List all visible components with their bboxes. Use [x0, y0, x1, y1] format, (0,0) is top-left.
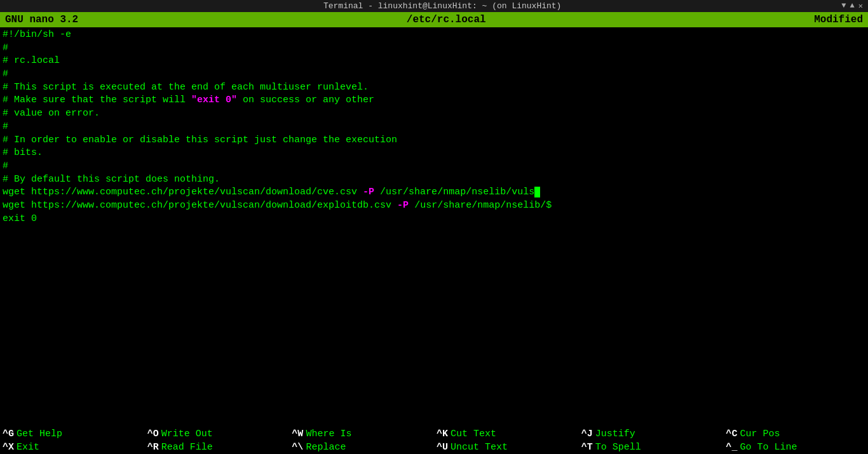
shortcut-read-file[interactable]: ^R Read File: [145, 441, 290, 454]
label-cut-text: Cut Text: [451, 429, 496, 439]
title-bar: Terminal - linuxhint@LinuxHint: ~ (on Li…: [0, 0, 868, 12]
window-title: Terminal - linuxhint@LinuxHint: ~ (on Li…: [43, 1, 841, 11]
shortcut-cur-pos[interactable]: ^C Cur Pos: [723, 427, 868, 441]
label-justify: Justify: [595, 429, 635, 439]
key-ctrl-w: ^W: [292, 429, 303, 439]
line-17: exit 0: [0, 213, 868, 226]
nano-version: GNU nano 3.2: [5, 14, 78, 25]
close-button[interactable]: ✕: [858, 1, 863, 11]
line-8: #: [0, 121, 868, 134]
minimize-button[interactable]: ▼: [841, 1, 846, 11]
label-to-spell: To Spell: [595, 442, 641, 453]
flag-P-1: -P: [363, 187, 374, 197]
nano-header: GNU nano 3.2 /etc/rc.local Modified: [0, 12, 868, 27]
key-ctrl-g: ^G: [3, 429, 14, 439]
key-ctrl-o: ^O: [147, 429, 159, 439]
shortcut-write-out[interactable]: ^O Write Out: [145, 427, 290, 441]
line-12: # By default this script does nothing.: [0, 173, 868, 187]
line-2: #: [0, 42, 868, 55]
line-7: # value on error.: [0, 107, 868, 121]
line-5: # This script is executed at the end of …: [0, 81, 868, 95]
key-ctrl-backslash: ^\: [292, 442, 303, 453]
key-ctrl-x: ^X: [3, 442, 14, 453]
shortcut-replace[interactable]: ^\ Replace: [289, 441, 434, 454]
shortcut-get-help[interactable]: ^G Get Help: [0, 427, 145, 441]
key-ctrl-underscore: ^_: [726, 442, 737, 453]
highlight-exit0: "exit 0": [191, 95, 237, 105]
label-cur-pos: Cur Pos: [740, 429, 780, 439]
shortcut-to-spell[interactable]: ^T To Spell: [579, 441, 724, 454]
label-go-to-line: Go To Line: [740, 442, 797, 453]
flag-P-2: -P: [397, 200, 409, 211]
nano-status: Modified: [814, 14, 863, 25]
line-4: #: [0, 68, 868, 81]
key-ctrl-t: ^T: [581, 442, 593, 453]
label-uncut-text: Uncut Text: [451, 442, 508, 453]
editor-area[interactable]: #!/bin/sh -e # # rc.local # # This scrip…: [0, 27, 868, 408]
line-1: #!/bin/sh -e: [0, 29, 868, 42]
line-9: # In order to enable or disable this scr…: [0, 134, 868, 147]
shortcut-cut-text[interactable]: ^K Cut Text: [434, 427, 579, 441]
line-3: # rc.local: [0, 55, 868, 68]
shortcut-row-2: ^X Exit ^R Read File ^\ Replace ^U Uncut…: [0, 441, 868, 454]
key-ctrl-c: ^C: [726, 429, 737, 439]
key-ctrl-j: ^J: [581, 429, 593, 439]
shortcut-justify[interactable]: ^J Justify: [579, 427, 724, 441]
key-ctrl-r: ^R: [147, 442, 159, 453]
line-11: #: [0, 160, 868, 173]
label-where-is: Where Is: [306, 429, 351, 439]
label-replace: Replace: [306, 442, 346, 453]
line-10: # bits.: [0, 147, 868, 160]
shortcut-go-to-line[interactable]: ^_ Go To Line: [723, 441, 868, 454]
key-ctrl-u: ^U: [437, 442, 448, 453]
maximize-button[interactable]: ▲: [850, 1, 855, 11]
line-14: wget https://www.computec.ch/projekte/vu…: [0, 186, 868, 199]
shortcut-exit[interactable]: ^X Exit: [0, 441, 145, 454]
shortcut-row-1: ^G Get Help ^O Write Out ^W Where Is ^K …: [0, 427, 868, 441]
line-15: wget https://www.computec.ch/projekte/vu…: [0, 199, 868, 213]
nano-filename: /etc/rc.local: [407, 14, 486, 25]
shortcut-where-is[interactable]: ^W Where Is: [289, 427, 434, 441]
shortcut-bar: ^G Get Help ^O Write Out ^W Where Is ^K …: [0, 427, 868, 454]
label-get-help: Get Help: [17, 429, 62, 439]
shortcut-uncut-text[interactable]: ^U Uncut Text: [434, 441, 579, 454]
cursor: [534, 187, 540, 197]
label-write-out: Write Out: [161, 429, 213, 439]
key-ctrl-k: ^K: [437, 429, 448, 439]
label-read-file: Read File: [161, 442, 213, 453]
line-6: # Make sure that the script will "exit 0…: [0, 94, 868, 107]
window-controls[interactable]: ▼ ▲ ✕: [841, 1, 863, 11]
label-exit: Exit: [17, 442, 39, 453]
